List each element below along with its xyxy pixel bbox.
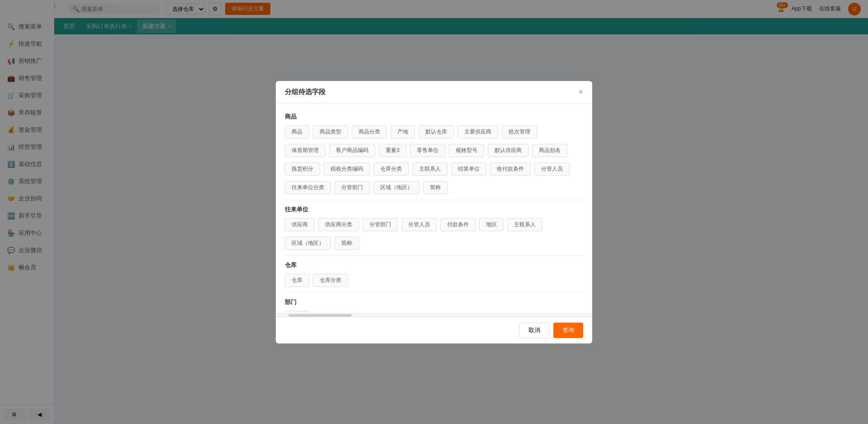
- section-title-department: 部门: [285, 298, 583, 306]
- section-partner: 往来单位 供应商 供应商分类 分管部门 分管人员 付款条件 地区 主联系人 区域…: [285, 205, 583, 250]
- tag-short-name[interactable]: 简称: [423, 181, 448, 194]
- modal-body[interactable]: 商品 商品 商品类型 商品分类 产地 默认仓库 主要供应商 批次管理 保质期管理…: [276, 104, 592, 313]
- tag-shelf-life[interactable]: 保质期管理: [285, 144, 326, 157]
- tag-supplier-category[interactable]: 供应商分类: [318, 218, 359, 231]
- section-department: 部门 部门: [285, 298, 583, 313]
- tag-partner-region[interactable]: 区域（地区）: [285, 237, 331, 250]
- field-select-modal: 分组待选字段 × 商品 商品 商品类型 商品分类 产地 默认仓库 主要供应商 批…: [276, 81, 592, 343]
- modal-close-button[interactable]: ×: [578, 87, 583, 97]
- tag-warehouse[interactable]: 仓库: [285, 274, 309, 287]
- tag-pick-points[interactable]: 拣货积分: [285, 162, 320, 176]
- tag-area[interactable]: 地区: [479, 218, 504, 231]
- modal-footer: 取消 查询: [276, 317, 592, 343]
- tag-charge-dept[interactable]: 分管部门: [335, 181, 370, 194]
- divider-3: [285, 292, 583, 293]
- tag-goods-type[interactable]: 商品类型: [313, 125, 348, 138]
- tag-customer-code[interactable]: 客户商品编码: [329, 144, 375, 157]
- tags-row-goods-3: 拣货积分 税收分类编码 仓库分类 主联系人 结算单位 收付款条件 分管人员: [285, 162, 583, 176]
- tag-partner-contact[interactable]: 主联系人: [507, 218, 542, 231]
- tag-goods-category[interactable]: 商品分类: [352, 125, 387, 138]
- modal-hscroll-thumb: [288, 314, 352, 317]
- tag-payment-condition[interactable]: 付款条件: [440, 218, 476, 231]
- tag-payment-terms[interactable]: 收付款条件: [490, 162, 531, 176]
- tag-default-warehouse[interactable]: 默认仓库: [419, 125, 454, 138]
- modal-header: 分组待选字段 ×: [276, 81, 592, 104]
- tag-partner-category[interactable]: 往来单位分类: [285, 181, 331, 194]
- modal-overlay: 分组待选字段 × 商品 商品 商品类型 商品分类 产地 默认仓库 主要供应商 批…: [0, 0, 868, 424]
- tag-tax-code[interactable]: 税收分类编码: [324, 162, 370, 176]
- tag-partner-charge-person[interactable]: 分管人员: [401, 218, 437, 231]
- tag-main-supplier[interactable]: 主要供应商: [458, 125, 498, 138]
- tag-weight[interactable]: 重量3: [379, 144, 406, 157]
- tag-goods[interactable]: 商品: [285, 125, 309, 138]
- tag-charge-person[interactable]: 分管人员: [534, 162, 570, 176]
- tag-region[interactable]: 区域（地区）: [373, 181, 420, 194]
- section-goods: 商品 商品 商品类型 商品分类 产地 默认仓库 主要供应商 批次管理 保质期管理…: [285, 113, 583, 194]
- tag-origin[interactable]: 产地: [391, 125, 415, 138]
- tag-partner-charge-dept[interactable]: 分管部门: [363, 218, 398, 231]
- confirm-button[interactable]: 查询: [553, 323, 583, 338]
- tag-goods-alias[interactable]: 商品别名: [532, 144, 567, 157]
- tag-warehouse-category[interactable]: 仓库分类: [373, 162, 409, 176]
- divider-2: [285, 255, 583, 256]
- tag-spec-model[interactable]: 规格型号: [449, 144, 484, 157]
- tag-settlement-unit[interactable]: 结算单位: [451, 162, 486, 176]
- tags-row-goods-4: 往来单位分类 分管部门 区域（地区） 简称: [285, 181, 583, 194]
- tag-partner-short-name[interactable]: 简称: [335, 237, 359, 250]
- cancel-button[interactable]: 取消: [519, 323, 550, 338]
- divider-1: [285, 200, 583, 200]
- section-title-warehouse: 仓库: [285, 261, 583, 269]
- modal-horizontal-scrollbar[interactable]: [276, 313, 592, 317]
- tag-supplier[interactable]: 供应商: [285, 218, 315, 231]
- tags-row-warehouse: 仓库 仓库分类: [285, 274, 583, 287]
- tag-warehouse-class[interactable]: 仓库分类: [313, 274, 348, 287]
- tags-row-partner-2: 区域（地区） 简称: [285, 237, 583, 250]
- tags-row-goods: 商品 商品类型 商品分类 产地 默认仓库 主要供应商 批次管理: [285, 125, 583, 138]
- tag-batch-mgmt[interactable]: 批次管理: [502, 125, 537, 138]
- tag-main-contact[interactable]: 主联系人: [412, 162, 448, 176]
- tags-row-goods-2: 保质期管理 客户商品编码 重量3 零售单位 规格型号 默认供应商 商品别名: [285, 144, 583, 157]
- tags-row-partner-1: 供应商 供应商分类 分管部门 分管人员 付款条件 地区 主联系人: [285, 218, 583, 231]
- section-title-partner: 往来单位: [285, 205, 583, 214]
- section-warehouse: 仓库 仓库 仓库分类: [285, 261, 583, 287]
- tag-default-supplier[interactable]: 默认供应商: [488, 144, 528, 157]
- section-title-goods: 商品: [285, 113, 583, 121]
- modal-title: 分组待选字段: [285, 88, 326, 96]
- tag-retail-unit[interactable]: 零售单位: [410, 144, 445, 157]
